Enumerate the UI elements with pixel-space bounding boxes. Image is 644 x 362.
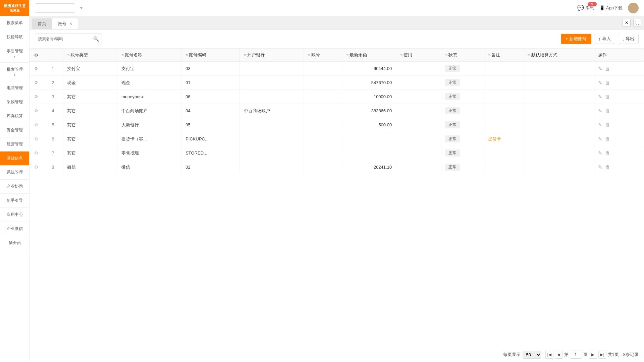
notes-cell <box>484 62 524 76</box>
sidebar-item-inventory[interactable]: 库存核算 <box>0 109 29 123</box>
settings-cell[interactable]: ⚙ <box>30 76 43 90</box>
account-type-cell: 其它 <box>63 90 117 104</box>
status-column-header[interactable]: ⇅状态 <box>441 49 484 62</box>
top-header: ▼ 💬 消息 99+ 📱 App下载 <box>30 0 644 16</box>
sidebar-item-label: 采购管理 <box>7 99 23 105</box>
status-cell: 正常 <box>441 90 484 104</box>
delete-icon[interactable]: 🗑 <box>605 150 610 156</box>
edit-icon[interactable]: ✎ <box>598 94 602 100</box>
account-type-cell: 微信 <box>63 160 117 174</box>
account-code-column-header[interactable]: ⇅账号编码 <box>181 49 240 62</box>
edit-icon[interactable]: ✎ <box>598 80 602 86</box>
bell-icon: 💬 <box>577 5 584 11</box>
notification-button[interactable]: 💬 消息 99+ <box>577 5 594 11</box>
account-name-cell: 提货卡（零... <box>117 132 181 146</box>
settings-cell[interactable]: ⚙ <box>30 132 43 146</box>
app-download-button[interactable]: 📱 App下载 <box>599 5 623 11</box>
default-payment-cell <box>524 62 594 76</box>
page-first-button[interactable]: |◀ <box>545 351 553 359</box>
edit-icon[interactable]: ✎ <box>598 150 602 156</box>
account-type-column-header[interactable]: ⇅账号类型 <box>63 49 117 62</box>
sidebar-item-ecommerce-mgmt[interactable]: 电商管理 <box>0 81 29 95</box>
delete-icon[interactable]: 🗑 <box>605 94 610 100</box>
edit-icon[interactable]: ✎ <box>598 108 602 114</box>
page-prev-button[interactable]: ◀ <box>555 351 563 359</box>
sidebar-item-app-center[interactable]: 应用中心 <box>0 208 29 222</box>
notes-column-header[interactable]: ⇅备注 <box>484 49 524 62</box>
sidebar-item-search[interactable]: 搜索菜单 <box>0 16 29 30</box>
table-row: ⚙ 5 其它 大新银行 05 500.00 正常 ✎ 🗑 <box>30 118 644 132</box>
page-next-button[interactable]: ▶ <box>589 351 597 359</box>
import-button[interactable]: ↑ 导入 <box>594 34 615 44</box>
add-account-button[interactable]: + 新增账号 <box>561 34 591 44</box>
sidebar-item-fund-mgmt[interactable]: 资金管理 <box>0 123 29 137</box>
sidebar-item-operations-mgmt[interactable]: 经营管理 <box>0 137 29 152</box>
num-cell: 3 <box>43 90 63 104</box>
top-search-input[interactable] <box>35 3 75 13</box>
balance-cell: -90444.00 <box>342 62 396 76</box>
delete-icon[interactable]: 🗑 <box>605 164 610 170</box>
account-column-header[interactable]: ⇅账号 <box>304 49 342 62</box>
tab-maximize-button[interactable]: ⛶ <box>633 19 641 27</box>
account-code-cell: 01 <box>181 76 240 90</box>
tab-home[interactable]: 首页 <box>32 18 52 29</box>
actions-cell: ✎ 🗑 <box>594 146 644 160</box>
default-payment-column-header[interactable]: ⇅默认结算方式 <box>524 49 594 62</box>
tab-account[interactable]: 账号 ✕ <box>52 18 78 29</box>
sidebar-item-system-mgmt[interactable]: 系统管理 <box>0 166 29 180</box>
sidebar-item-purchase-mgmt[interactable]: 采购管理 <box>0 95 29 109</box>
sidebar-item-basic-info[interactable]: 基础信息 <box>0 152 29 166</box>
page-number-input[interactable] <box>570 351 582 359</box>
settings-cell[interactable]: ⚙ <box>30 146 43 160</box>
table-row: ⚙ 3 其它 moneybosx 06 10000.00 正常 ✎ 🗑 <box>30 90 644 104</box>
sidebar-item-new-guide[interactable]: 新手引导 <box>0 194 29 208</box>
edit-icon[interactable]: ✎ <box>598 136 602 142</box>
bank-cell <box>240 76 304 90</box>
settings-cell[interactable]: ⚙ <box>30 104 43 118</box>
notes-cell <box>484 104 524 118</box>
account-name-column-header[interactable]: ⇅账号名称 <box>117 49 181 62</box>
delete-icon[interactable]: 🗑 <box>605 66 610 71</box>
num-cell: 5 <box>43 118 63 132</box>
settings-cell[interactable]: ⚙ <box>30 118 43 132</box>
delete-icon[interactable]: 🗑 <box>605 108 610 114</box>
settings-cell[interactable]: ⚙ <box>30 90 43 104</box>
delete-icon[interactable]: 🗑 <box>605 136 610 142</box>
delete-icon[interactable]: 🗑 <box>605 122 610 128</box>
account-name-cell: 支付宝 <box>117 62 181 76</box>
sidebar-item-members[interactable]: 畅会员 <box>0 236 29 250</box>
account-code-cell: 02 <box>181 160 240 174</box>
actions-cell: ✎ 🗑 <box>594 104 644 118</box>
tab-close-icon[interactable]: ✕ <box>69 21 72 26</box>
sidebar-item-label: 资金管理 <box>7 127 23 133</box>
user-avatar[interactable] <box>628 3 639 13</box>
edit-icon[interactable]: ✎ <box>598 66 602 72</box>
sidebar-item-enterprise-wechat[interactable]: 企业微信 <box>0 222 29 236</box>
search-input[interactable] <box>38 37 93 41</box>
account-type-cell: 其它 <box>63 146 117 160</box>
sidebar-item-wholesale-mgmt[interactable]: 批发管理 ▼ <box>0 63 29 81</box>
sidebar-item-retail-mgmt[interactable]: 零售管理 ▼ <box>0 44 29 63</box>
edit-icon[interactable]: ✎ <box>598 164 602 170</box>
page-label: 第 <box>564 352 569 358</box>
tab-close-all-button[interactable]: ✕ <box>623 19 631 27</box>
sidebar-item-label: 畅会员 <box>9 240 21 246</box>
balance-column-header[interactable]: ⇅最新余额 <box>342 49 396 62</box>
header-dropdown-icon[interactable]: ▼ <box>79 5 84 10</box>
sidebar-item-label: 电商管理 <box>7 85 23 91</box>
settings-cell[interactable]: ⚙ <box>30 160 43 174</box>
settings-cell[interactable]: ⚙ <box>30 62 43 76</box>
delete-icon[interactable]: 🗑 <box>605 80 610 85</box>
per-page-dropdown[interactable]: 50 100 200 <box>523 351 541 359</box>
edit-icon[interactable]: ✎ <box>598 122 602 128</box>
balance-cell <box>342 132 396 146</box>
page-last-button[interactable]: ▶| <box>598 351 606 359</box>
num-cell: 4 <box>43 104 63 118</box>
sidebar-item-quick-nav[interactable]: 快捷导航 <box>0 30 29 44</box>
usage-column-header[interactable]: ⇅使用... <box>396 49 441 62</box>
settings-column-header[interactable]: ⚙ <box>30 49 43 62</box>
sidebar-item-enterprise-agreement[interactable]: 企业协同 <box>0 180 29 194</box>
bank-column-header[interactable]: ⇅开户银行 <box>240 49 304 62</box>
search-icon[interactable]: 🔍 <box>93 36 99 42</box>
export-button[interactable]: ↓ 导出 <box>618 34 639 44</box>
